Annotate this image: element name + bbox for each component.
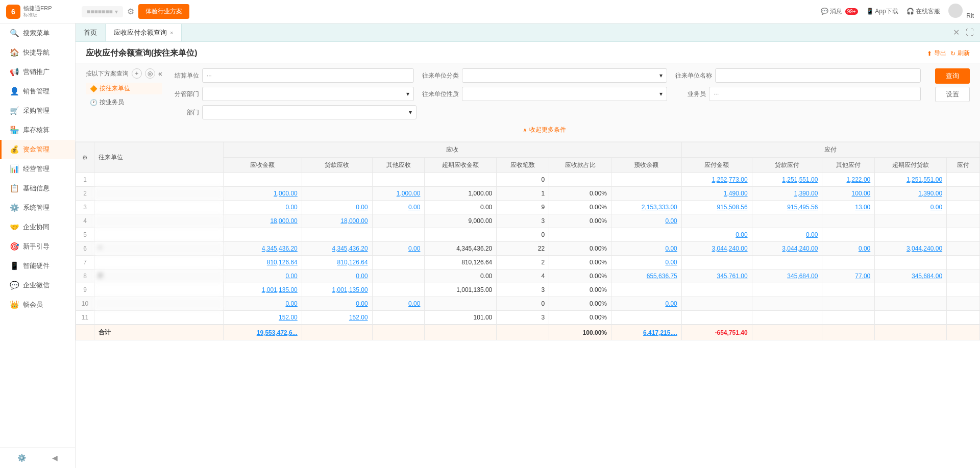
scheme-collapse-btn[interactable]: « (158, 69, 162, 78)
data-cell[interactable]: 4,345,436.20 (224, 242, 302, 256)
data-cell[interactable]: 1,490.00 (681, 187, 752, 201)
data-cell[interactable]: 1,001,135.00 (302, 283, 372, 297)
sidebar-item-marketing[interactable]: 📢 营销推广 (0, 62, 75, 82)
tab-active[interactable]: 应收应付余额查询 × (106, 24, 182, 41)
data-cell[interactable]: 0.00 (224, 269, 302, 283)
data-cell[interactable]: 1,251,551.00 (752, 173, 822, 187)
total-ysjine[interactable]: 19,553,472,6... (224, 325, 302, 340)
add-scheme-btn[interactable]: + (132, 68, 142, 79)
data-cell[interactable]: 100.00 (822, 187, 875, 201)
department-select[interactable]: ▾ (202, 105, 416, 119)
settlement-unit-input[interactable]: ··· (202, 68, 414, 83)
data-cell[interactable]: 1,390.00 (875, 187, 947, 201)
data-cell[interactable]: 810,126.64 (224, 256, 302, 269)
data-cell[interactable]: 3,044,240.00 (752, 242, 822, 256)
breadcrumb[interactable]: ■■■■■■■ ▾ (82, 6, 123, 17)
data-cell[interactable]: 3,044,240.00 (681, 242, 752, 256)
data-cell[interactable]: 2,153,333.00 (611, 201, 681, 214)
sidebar-item-hardware[interactable]: 📱 智能硬件 (0, 256, 75, 276)
data-cell[interactable]: 0.00 (302, 297, 372, 311)
data-cell[interactable]: 345,761.00 (681, 269, 752, 283)
dept-select[interactable]: ▾ (202, 87, 414, 101)
data-cell[interactable]: 13.00 (822, 201, 875, 214)
sidebar-collapse-btn[interactable]: ◀ (50, 452, 60, 464)
data-cell[interactable]: 915,508.56 (681, 201, 752, 214)
refresh-button[interactable]: ↻ 刷新 (950, 49, 970, 58)
sidebar-item-quicknav[interactable]: 🏠 快捷导航 (0, 43, 75, 62)
data-cell[interactable]: 0.00 (224, 297, 302, 311)
col-settings-header[interactable]: ⚙ (76, 142, 94, 173)
message-area[interactable]: 💬 消息 99+ (821, 7, 858, 16)
user-area[interactable]: Rit (948, 4, 974, 19)
data-cell[interactable]: 655,636.75 (611, 269, 681, 283)
data-cell[interactable]: 810,126.64 (302, 256, 372, 269)
collapse-conditions-btn[interactable]: ∧ 收起更多条件 (168, 124, 921, 136)
data-cell[interactable]: 0.00 (752, 228, 822, 242)
salesperson-input[interactable]: ··· (709, 87, 921, 101)
data-cell[interactable]: 1,251,551.00 (875, 173, 947, 187)
data-cell[interactable]: 0.00 (224, 201, 302, 214)
data-cell[interactable]: 0.00 (302, 269, 372, 283)
data-cell[interactable]: 0.00 (372, 201, 425, 214)
solution-button[interactable]: 体验行业方案 (138, 4, 189, 19)
data-cell (947, 297, 980, 311)
sidebar-item-corp[interactable]: 🤝 企业协同 (0, 217, 75, 237)
app-download-area[interactable]: 📱 App下载 (866, 7, 898, 16)
data-cell[interactable]: 0.00 (372, 297, 425, 311)
tab-home[interactable]: 首页 (76, 24, 106, 41)
data-cell[interactable]: 77.00 (822, 269, 875, 283)
data-cell[interactable]: 1,001,135.00 (224, 283, 302, 297)
sidebar-item-basic[interactable]: 📋 基础信息 (0, 179, 75, 198)
table-wrapper[interactable]: ⚙ 往来单位 应收 应付 应收金额 贷款应收 其他应收 超期应收金额 应收笔数 … (76, 142, 980, 468)
data-cell[interactable]: 3,044,240.00 (875, 242, 947, 256)
sidebar-item-management[interactable]: 📊 经营管理 (0, 159, 75, 179)
data-cell[interactable]: 0.00 (611, 297, 681, 311)
filter-tab-by-partner[interactable]: 🔶 按往来单位 (86, 83, 162, 94)
data-cell[interactable]: 1,252,773.00 (681, 173, 752, 187)
data-cell[interactable]: 18,000.00 (224, 214, 302, 228)
export-button[interactable]: ⬆ 导出 (927, 49, 946, 58)
online-service-area[interactable]: 🎧 在线客服 (906, 7, 940, 16)
data-cell[interactable]: 152.00 (302, 311, 372, 325)
data-cell[interactable]: 0.00 (302, 201, 372, 214)
sidebar-item-wechat[interactable]: 💬 企业微信 (0, 276, 75, 295)
settings-button[interactable]: 设置 (935, 87, 970, 102)
filter-tab-by-staff[interactable]: 🕐 按业务员 (86, 96, 162, 108)
data-cell[interactable]: 345,684.00 (875, 269, 947, 283)
tab-close-window-btn[interactable]: ✕ (951, 26, 962, 39)
data-cell[interactable]: 915,495.56 (752, 201, 822, 214)
partner-name-input[interactable] (715, 68, 921, 83)
sidebar-item-sales[interactable]: 👤 销售管理 (0, 82, 75, 101)
data-cell[interactable]: 0.00 (822, 242, 875, 256)
sidebar-item-finance[interactable]: 💰 资金管理 (0, 140, 75, 159)
data-cell[interactable]: 1,222.00 (822, 173, 875, 187)
sidebar-item-search[interactable]: 🔍 搜索菜单 (0, 23, 75, 43)
data-cell[interactable]: 0.00 (372, 242, 425, 256)
data-cell[interactable]: 0.00 (681, 228, 752, 242)
data-cell[interactable]: 1,390.00 (752, 187, 822, 201)
tab-maximize-btn[interactable]: ⛶ (964, 26, 976, 39)
data-cell[interactable]: 1,000.00 (372, 187, 425, 201)
sidebar-item-purchase[interactable]: 🛒 采购管理 (0, 101, 75, 120)
settings-icon[interactable]: ⚙ (127, 7, 134, 16)
sidebar-item-guide[interactable]: 🎯 新手引导 (0, 237, 75, 256)
sidebar-item-inventory[interactable]: 🏪 库存核算 (0, 120, 75, 140)
data-cell[interactable]: 0.00 (611, 256, 681, 269)
partner-nature-select[interactable]: ▾ (462, 87, 668, 101)
data-cell[interactable]: 152.00 (224, 311, 302, 325)
data-cell[interactable]: 0.00 (875, 201, 947, 214)
data-cell[interactable]: 345,684.00 (752, 269, 822, 283)
scheme-settings-btn[interactable]: ◎ (145, 68, 155, 79)
data-cell[interactable]: 18,000.00 (302, 214, 372, 228)
query-button[interactable]: 查询 (935, 68, 970, 84)
data-cell[interactable]: 1,000.00 (224, 187, 302, 201)
tab-close-btn[interactable]: × (170, 30, 173, 36)
data-cell[interactable]: 0.00 (611, 214, 681, 228)
data-cell[interactable]: 0.00 (611, 242, 681, 256)
sidebar-settings-btn[interactable]: ⚙️ (15, 452, 28, 464)
sidebar-item-member[interactable]: 👑 畅会员 (0, 295, 75, 314)
partner-category-select[interactable]: ▾ (462, 68, 668, 83)
total-ysye[interactable]: 6,417,215.... (611, 325, 681, 340)
sidebar-item-system[interactable]: ⚙️ 系统管理 (0, 198, 75, 217)
data-cell[interactable]: 4,345,436.20 (302, 242, 372, 256)
